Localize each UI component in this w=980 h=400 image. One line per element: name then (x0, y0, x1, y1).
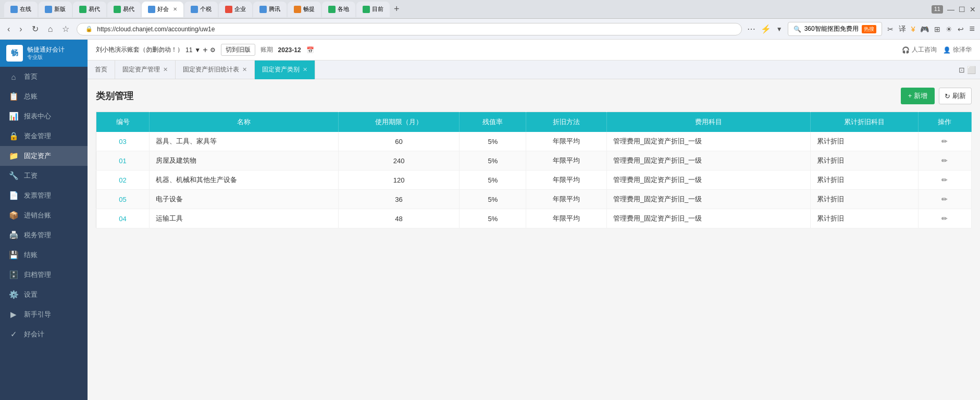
cell-name: 运输工具 (150, 209, 339, 228)
cell-action: ✏ (918, 171, 971, 190)
table-row: 05 电子设备 36 5% 年限平均 管理费用_固定资产折旧_一级 累计折旧 ✏ (96, 190, 972, 209)
page-tab-close-fixed-cat[interactable]: ✕ (303, 66, 307, 73)
page-tab-close-fixed-depr[interactable]: ✕ (242, 66, 247, 73)
sidebar-item-fixed-assets[interactable]: 📁 固定资产 (0, 146, 88, 166)
sidebar-item-invoice[interactable]: 📄 发票管理 (0, 186, 88, 205)
cell-residual: 5% (460, 171, 526, 190)
user-avatar-area[interactable]: 👤 徐泽华 (943, 45, 972, 54)
th-expense: 费用科目 (606, 112, 811, 132)
sidebar-item-home[interactable]: ⌂ 首页 (0, 67, 88, 87)
edit-icon[interactable]: ✏ (941, 137, 948, 146)
edit-icon[interactable]: ✏ (941, 156, 948, 165)
site-tools-icon[interactable]: ⋯ (747, 24, 755, 34)
browser-tab-geshui[interactable]: 个税 (184, 2, 218, 17)
browser-tab-haohui[interactable]: 好会 ✕ (142, 2, 183, 17)
cell-accum: 累计折旧 (811, 209, 918, 228)
edit-icon[interactable]: ✏ (941, 214, 948, 223)
settings-gear-icon[interactable]: ⚙ (210, 46, 216, 54)
forward-button[interactable]: › (17, 23, 24, 35)
tab-window-buttons: ⊡ ⬜ (959, 66, 980, 74)
sidebar-item-settle[interactable]: 💾 结账 (0, 245, 88, 265)
tab-count-badge: 11 (932, 5, 943, 14)
sidebar-item-label-guide: 新手引导 (24, 310, 51, 319)
browser-tab-label: 新版 (54, 5, 66, 13)
logo-subtitle: 专业版 (27, 54, 65, 60)
page-tabs: 首页 固定资产管理 ✕ 固定资产折旧统计表 ✕ 固定资产类别 ✕ ⊡ ⬜ (88, 60, 980, 79)
browser-tab-gedi[interactable]: 各地 (322, 2, 355, 17)
menu-icon[interactable]: ≡ (969, 23, 975, 34)
tab-restore-button[interactable]: ⊡ (959, 66, 965, 74)
translate-icon[interactable]: 译 (899, 25, 906, 34)
user-dropdown-icon[interactable]: ▼ (194, 46, 201, 54)
window-restore[interactable]: ☐ (959, 5, 965, 14)
lightning-icon[interactable]: ⚡ (761, 24, 771, 34)
add-button[interactable]: + 新增 (901, 88, 935, 104)
search-box[interactable]: 🔍 360智能抠图免费用 热搜 (788, 22, 882, 36)
page-tab-fixed-cat[interactable]: 固定资产类别 ✕ (255, 60, 315, 79)
sidebar-item-funds[interactable]: 🔒 资金管理 (0, 126, 88, 146)
inventory-icon: 📦 (8, 211, 19, 220)
refresh-button[interactable]: ↻ 刷新 (939, 88, 972, 104)
browser-tab-qiye[interactable]: 企业 (219, 2, 252, 17)
browser-tab-yidai2[interactable]: 易代 (107, 2, 141, 17)
cell-code: 02 (96, 171, 150, 190)
sidebar-item-salary[interactable]: 🔧 工资 (0, 166, 88, 186)
period-value: 2023-12 (278, 46, 301, 54)
browser-tab-tengxun[interactable]: 腾讯 (253, 2, 287, 17)
edit-icon[interactable]: ✏ (941, 176, 948, 184)
brightness-icon[interactable]: ☀ (946, 25, 952, 33)
switch-version-button[interactable]: 切到旧版 (221, 44, 255, 56)
sidebar-item-label-funds: 资金管理 (24, 131, 51, 141)
sidebar-item-inventory[interactable]: 📦 进销台账 (0, 205, 88, 225)
table-row: 04 运输工具 48 5% 年限平均 管理费用_固定资产折旧_一级 累计折旧 ✏ (96, 209, 972, 228)
tab-icon-changt (294, 6, 301, 13)
cell-method: 年限平均 (526, 132, 606, 151)
service-button[interactable]: 🎧 人工咨询 (902, 45, 937, 54)
salary-icon: 🔧 (8, 171, 19, 180)
tab-icon-geshui (191, 6, 198, 13)
undo-icon[interactable]: ↩ (958, 25, 964, 33)
browser-tab-zaixian[interactable]: 在线 (4, 2, 38, 17)
table-header-row: 编号 名称 使用期限（月） 残值率 折旧方法 费用科目 累计折旧科目 操作 (96, 112, 972, 132)
cell-method: 年限平均 (526, 190, 606, 209)
dropdown-arrow-icon[interactable]: ▼ (776, 26, 783, 33)
currency-icon[interactable]: ¥ (911, 25, 915, 33)
home-button[interactable]: ⌂ (46, 23, 55, 35)
sidebar-item-archive[interactable]: 🗄️ 归档管理 (0, 265, 88, 285)
page-tab-home[interactable]: 首页 (88, 60, 115, 79)
tab-maximize-button[interactable]: ⬜ (967, 66, 976, 74)
browser-tab-close-haohui[interactable]: ✕ (173, 6, 177, 12)
back-button[interactable]: ‹ (5, 23, 12, 35)
browser-chrome: 在线 新版 易代 易代 好会 ✕ 个税 企业 腾讯 (0, 0, 980, 19)
address-input[interactable]: 🔒 https://cloud.chanjet.com/accounting/u… (77, 23, 741, 35)
page-tab-fixed-depr[interactable]: 固定资产折旧统计表 ✕ (176, 60, 255, 79)
cell-code: 03 (96, 132, 150, 151)
new-tab-button[interactable]: + (391, 4, 403, 15)
tab-icon-haohui (148, 6, 155, 13)
browser-tab-yidai1[interactable]: 易代 (73, 2, 106, 17)
page-tab-fixed-mgmt[interactable]: 固定资产管理 ✕ (115, 60, 176, 79)
bookmark-button[interactable]: ☆ (60, 23, 71, 35)
browser-tab-xinban[interactable]: 新版 (39, 2, 72, 17)
cell-name: 房屋及建筑物 (150, 151, 339, 171)
sidebar-item-ledger[interactable]: 📋 总账 (0, 87, 88, 106)
edit-icon[interactable]: ✏ (941, 195, 948, 203)
calendar-icon[interactable]: 📅 (306, 46, 314, 54)
reload-button[interactable]: ↻ (30, 23, 41, 35)
page-tab-label-fixed-mgmt: 固定资产管理 (122, 65, 160, 74)
browser-tab-muqian[interactable]: 目前 (356, 2, 390, 17)
user-info: 刘小艳演示账套（勿删勿动！） 11 ▼ + ⚙ (96, 45, 216, 55)
sidebar-item-guide[interactable]: ▶ 新手引导 (0, 305, 88, 324)
page-tab-close-fixed-mgmt[interactable]: ✕ (163, 66, 168, 73)
sidebar-item-reports[interactable]: 📊 报表中心 (0, 106, 88, 126)
add-account-icon[interactable]: + (203, 45, 207, 55)
sidebar-item-settings[interactable]: ⚙️ 设置 (0, 285, 88, 305)
grid-icon[interactable]: ⊞ (934, 25, 940, 33)
window-minimize[interactable]: ― (947, 5, 954, 14)
scissor-icon[interactable]: ✂ (887, 25, 894, 33)
window-close[interactable]: ✕ (970, 5, 976, 14)
sidebar-item-extra[interactable]: ✓ 好会计 (0, 324, 88, 344)
browser-tab-changt[interactable]: 畅提 (288, 2, 321, 17)
sidebar-item-tax[interactable]: 🖨️ 税务管理 (0, 225, 88, 245)
game-icon[interactable]: 🎮 (920, 25, 929, 33)
